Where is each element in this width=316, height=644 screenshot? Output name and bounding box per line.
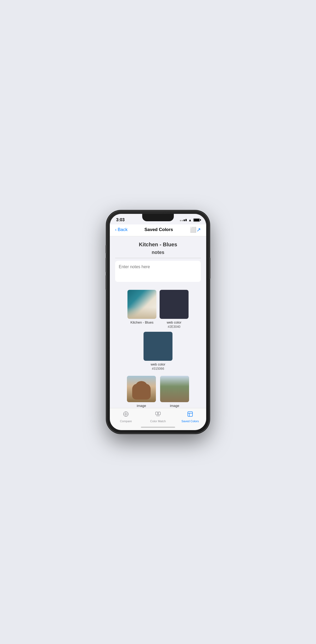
nav-title: Saved Colors [144,227,173,232]
swatch-item[interactable]: web color #2E3040 [160,290,189,329]
swatch-kitchen-image [127,290,156,319]
photo-item[interactable]: image [127,376,156,408]
swatch-dark-color [160,290,189,319]
notes-divider [115,258,201,258]
tab-color-match-label: Color Match [150,420,166,423]
swatch-label: Kitchen - Blues [130,320,153,324]
photo-label: image [170,404,179,408]
scroll-content: Kitchen - Blues notes Kitchen - Blues [110,236,206,408]
tab-compare-label: Compare [120,420,132,423]
status-icons: ▲ [180,218,200,222]
signal-icon [180,219,187,221]
status-time: 3:03 [116,218,125,222]
tab-color-match[interactable]: Color Match [142,411,174,423]
tab-saved-colors[interactable]: Saved Colors [174,411,206,423]
swatch-label: web color [167,320,181,324]
home-bar [141,427,175,428]
photo-label: image [137,404,146,408]
notes-section: notes [110,250,206,287]
back-button[interactable]: ‹ Back [115,227,127,232]
svg-rect-1 [156,412,158,415]
nav-bar: ‹ Back Saved Colors ⬜↗ [110,224,206,236]
tab-bar: Compare Color Match [110,408,206,424]
swatch-item[interactable]: web color #315066 [144,332,172,371]
phone-screen: 3:03 ▲ ‹ Back Saved Colors ⬜↗ [110,214,206,430]
chevron-left-icon: ‹ [115,227,117,232]
swatch-item[interactable]: Kitchen - Blues [127,290,156,329]
swatches-grid: Kitchen - Blues web color #2E3040 web co… [110,287,206,373]
notes-input[interactable] [115,261,201,282]
swatch-sublabel: #2E3040 [168,325,180,329]
back-label[interactable]: Back [118,227,128,232]
notch [142,214,174,221]
collection-name: Kitchen - Blues [110,236,206,250]
export-icon[interactable]: ⬜↗ [190,227,201,233]
battery-icon [193,218,200,222]
bike-photo-thumb [160,376,189,402]
tab-saved-colors-label: Saved Colors [181,420,199,423]
dog-photo-thumb [127,376,156,402]
photos-grid: image image [110,373,206,408]
photo-item[interactable]: image [160,376,189,408]
color-match-icon [155,411,161,419]
svg-rect-2 [158,412,160,415]
swatch-blue-color [144,332,172,361]
swatch-sublabel: #315066 [152,367,164,371]
swatch-label: web color [151,362,165,366]
tab-compare[interactable]: Compare [110,411,142,423]
phone-frame: 3:03 ▲ ‹ Back Saved Colors ⬜↗ [107,211,209,433]
wifi-icon: ▲ [188,218,192,222]
svg-rect-4 [188,412,192,416]
home-indicator [110,424,206,430]
saved-colors-icon [187,411,193,419]
notes-label: notes [115,250,201,255]
compare-icon [123,411,129,419]
